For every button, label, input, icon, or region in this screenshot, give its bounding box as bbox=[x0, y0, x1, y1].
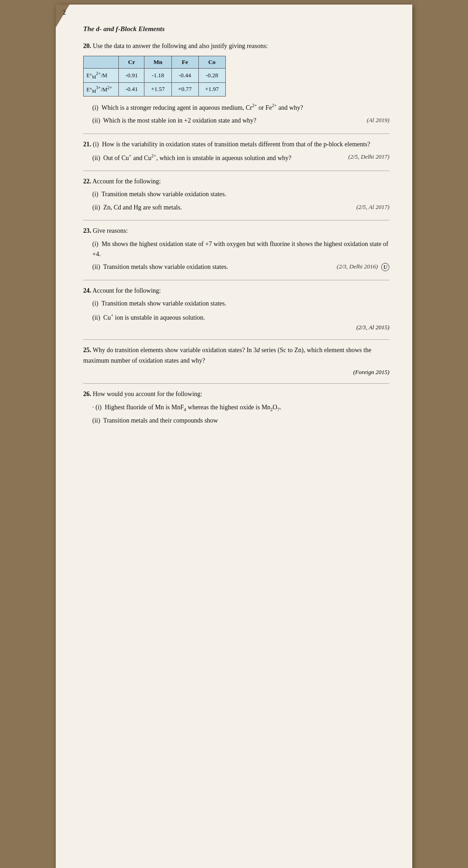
q21-part-ii-text: (ii) Out of Cu+ and Cu2+, which ion is u… bbox=[92, 152, 389, 163]
q22-part-ii: (ii) Zn, Cd and Hg are soft metals. (2/5… bbox=[92, 203, 389, 213]
table-header-empty bbox=[84, 56, 119, 69]
table-header-mn: Mn bbox=[144, 56, 171, 69]
data-table-q20: Cr Mn Fe Co E°M2+/M -0.91 -1.18 -0.44 -0… bbox=[83, 56, 226, 96]
table-header-co: Co bbox=[198, 56, 225, 69]
question-26-intro: 26. How would you account for the follow… bbox=[83, 389, 389, 399]
question-24: 24. Account for the following: (i) Trans… bbox=[83, 286, 389, 332]
page-number: 2 bbox=[63, 9, 66, 16]
question-26: 26. How would you account for the follow… bbox=[83, 389, 389, 426]
table-cell-mn-1: -1.18 bbox=[144, 69, 171, 82]
q20-part-i: (i) Which is a stronger reducing agent i… bbox=[92, 102, 389, 113]
table-header-fe: Fe bbox=[171, 56, 198, 69]
q23-ref: (2/3, Delhi 2016) U bbox=[337, 262, 389, 272]
question-20-text: 20. Use the data to answer the following… bbox=[83, 41, 389, 51]
q23-part-ii-text: (ii) Transition metals show variable oxi… bbox=[92, 262, 389, 272]
divider-4 bbox=[83, 280, 389, 280]
divider-5 bbox=[83, 339, 389, 340]
q22-part-ii-text: (ii) Zn, Cd and Hg are soft metals. (2/5… bbox=[92, 203, 389, 213]
question-25-text: 25. Why do transition elements show vari… bbox=[83, 345, 389, 366]
q20-part-ii-text: (ii) Which is the most stable ion in +2 … bbox=[92, 116, 389, 126]
table-header-cr: Cr bbox=[119, 56, 144, 69]
table-row: E°M2+/M -0.91 -1.18 -0.44 -0.28 bbox=[84, 69, 226, 82]
table-cell-label-1: E°M2+/M bbox=[84, 69, 119, 82]
question-23-intro: 23. Give reasons: bbox=[83, 226, 389, 236]
question-23: 23. Give reasons: (i) Mn shows the highe… bbox=[83, 226, 389, 273]
table-cell-co-2: +1.97 bbox=[198, 82, 225, 96]
q26-part-ii-text: (ii) Transition metals and their compoun… bbox=[92, 416, 389, 426]
q24-part-ii: (ii) Cu+ ion is unstable in aqueous solu… bbox=[92, 312, 389, 332]
q25-ref: (Foreign 2015) bbox=[83, 369, 389, 376]
q22-ref: (2/5, Al 2017) bbox=[356, 203, 389, 212]
q22-part-i-text: (i) Transition metals show variable oxid… bbox=[92, 189, 389, 199]
question-22-intro: 22. Account for the following: bbox=[83, 177, 389, 187]
q22-part-i: (i) Transition metals show variable oxid… bbox=[92, 189, 389, 199]
question-24-intro: 24. Account for the following: bbox=[83, 286, 389, 296]
table-cell-co-1: -0.28 bbox=[198, 69, 225, 82]
divider-6 bbox=[83, 383, 389, 384]
question-25: 25. Why do transition elements show vari… bbox=[83, 345, 389, 376]
chapter-title: The d- and f-Block Elements bbox=[83, 25, 389, 33]
divider-2 bbox=[83, 171, 389, 171]
q21-intro: 21. (i) How is the variability in oxidat… bbox=[83, 139, 389, 150]
q23-part-ii: (ii) Transition metals show variable oxi… bbox=[92, 262, 389, 272]
q21-number: 21. (i) How is the variability in oxidat… bbox=[83, 139, 389, 150]
q24-ref: (2/3, Al 2015) bbox=[92, 323, 389, 332]
table-cell-fe-2: +0.77 bbox=[171, 82, 198, 96]
u-badge: U bbox=[381, 263, 389, 271]
q21-ref: (2/5, Delhi 2017) bbox=[348, 152, 389, 162]
q23-part-i: (i) Mn shows the highest oxidation state… bbox=[92, 239, 389, 260]
q26-part-i-text: · (i) Highest fluoride of Mn is MnF4 whe… bbox=[92, 402, 389, 413]
table-cell-fe-1: -0.44 bbox=[171, 69, 198, 82]
divider-1 bbox=[83, 134, 389, 134]
q20-part-i-text: (i) Which is a stronger reducing agent i… bbox=[92, 102, 389, 113]
q24-part-ii-text: (ii) Cu+ ion is unstable in aqueous solu… bbox=[92, 312, 389, 323]
q23-part-i-text: (i) Mn shows the highest oxidation state… bbox=[92, 239, 389, 260]
q20-part-ii: (ii) Which is the most stable ion in +2 … bbox=[92, 116, 389, 126]
q24-part-i-text: (i) Transition metals show variable oxid… bbox=[92, 299, 389, 309]
q24-part-i: (i) Transition metals show variable oxid… bbox=[92, 299, 389, 309]
question-20-number: 20. bbox=[83, 43, 91, 49]
divider-3 bbox=[83, 220, 389, 220]
q26-part-ii: (ii) Transition metals and their compoun… bbox=[92, 416, 389, 426]
table-cell-label-2: E°M3+/M2+ bbox=[84, 82, 119, 96]
table-row: E°M3+/M2+ -0.41 +1.57 +0.77 +1.97 bbox=[84, 82, 226, 96]
q26-part-i: · (i) Highest fluoride of Mn is MnF4 whe… bbox=[92, 402, 389, 413]
question-21: 21. (i) How is the variability in oxidat… bbox=[83, 139, 389, 163]
table-cell-mn-2: +1.57 bbox=[144, 82, 171, 96]
q20-ref: (Al 2019) bbox=[367, 116, 389, 125]
book-page: 2 The d- and f-Block Elements 20. Use th… bbox=[56, 5, 412, 868]
q21-part-ii: (ii) Out of Cu+ and Cu2+, which ion is u… bbox=[92, 152, 389, 163]
question-22: 22. Account for the following: (i) Trans… bbox=[83, 177, 389, 213]
table-cell-cr-2: -0.41 bbox=[119, 82, 144, 96]
table-cell-cr-1: -0.91 bbox=[119, 69, 144, 82]
question-20: 20. Use the data to answer the following… bbox=[83, 41, 389, 126]
